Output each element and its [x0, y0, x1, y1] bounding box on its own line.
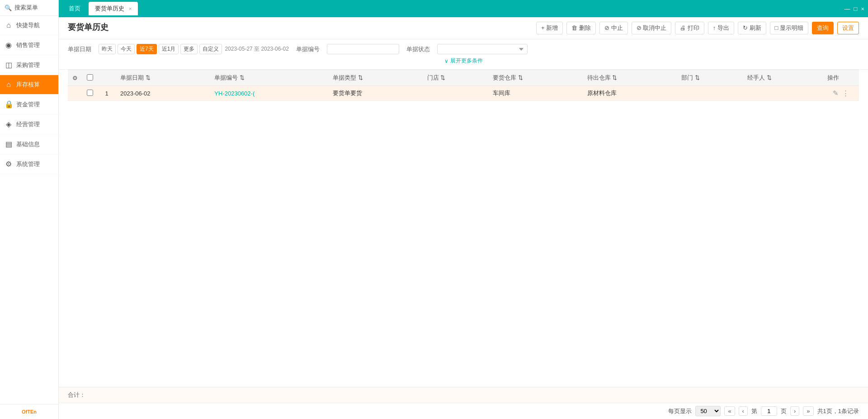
filter-row: 单据日期 昨天 今天 近7天 近1月 更多 自定义 2023-05-27 至 2…	[68, 44, 859, 54]
sidebar-item-system[interactable]: ⚙ 系统管理	[0, 154, 58, 174]
date-btn-yesterday[interactable]: 昨天	[99, 44, 116, 54]
refresh-button[interactable]: ↻ 刷新	[738, 22, 766, 34]
sidebar-item-label: 库存核算	[16, 81, 40, 89]
doc-no-link[interactable]: YH-20230602-(	[214, 90, 255, 97]
table-area: ⚙ 单据日期 ⇅ 单据编号 ⇅ 单据类型 ⇅ 门店 ⇅	[59, 70, 868, 387]
row-checkbox-cell	[82, 86, 98, 101]
col-doc-date[interactable]: 单据日期 ⇅	[116, 70, 210, 86]
col-rownum	[98, 70, 116, 86]
sidebar-item-basic-info[interactable]: ▤ 基础信息	[0, 134, 58, 154]
row-num: 1	[98, 86, 116, 101]
sidebar-item-quick-nav[interactable]: ⌂ 快捷导航	[0, 16, 58, 35]
select-all-checkbox[interactable]	[87, 74, 93, 81]
col-department[interactable]: 部门 ⇅	[677, 70, 743, 86]
col-settings[interactable]: ⚙	[68, 70, 82, 86]
row-handler	[743, 86, 823, 101]
sidebar-brand: OfTEn	[0, 404, 58, 419]
row-checkbox[interactable]	[87, 90, 93, 96]
col-req-warehouse-label: 要货仓库	[493, 74, 516, 81]
col-handler[interactable]: 经手人 ⇅	[743, 70, 823, 86]
col-doc-date-label: 单据日期	[120, 74, 144, 81]
row-action-cell: ✎ ⋮	[823, 86, 859, 101]
date-btn-today[interactable]: 今天	[118, 44, 135, 54]
sidebar-item-inventory[interactable]: ⌂ 库存核算	[0, 75, 58, 95]
sidebar-item-label: 销售管理	[16, 41, 40, 49]
row-store	[423, 86, 489, 101]
expand-more-label: 展开更多条件	[450, 57, 483, 65]
sidebar-item-label: 基础信息	[16, 140, 40, 148]
tab-home[interactable]: 首页	[62, 2, 87, 15]
row-more-icon[interactable]: ⋮	[842, 89, 849, 97]
sidebar-item-sales[interactable]: ◉ 销售管理	[0, 35, 58, 55]
sidebar-search[interactable]: 🔍 搜索菜单	[0, 0, 58, 16]
page-prefix: 第	[751, 407, 757, 415]
next-page-btn[interactable]: ›	[790, 406, 799, 416]
row-doc-type: 要货单要货	[328, 86, 422, 101]
window-maximize-btn[interactable]: □	[854, 5, 858, 12]
col-pending-warehouse[interactable]: 待出仓库 ⇅	[583, 70, 677, 86]
col-doc-no-label: 单据编号	[214, 74, 238, 81]
doc-status-select[interactable]	[437, 44, 528, 54]
main-area: 首页 要货单历史 × — □ × 要货单历史 + 新增 🗑 删除 ⊘ 中止 ⊘ …	[59, 0, 868, 419]
show-detail-button[interactable]: □ 显示明细	[770, 22, 808, 34]
settings-button[interactable]: 设置	[837, 22, 859, 34]
footer-total: 合计：	[59, 387, 868, 403]
page-suffix: 页	[781, 407, 787, 415]
col-checkbox	[82, 70, 98, 86]
per-page-label: 每页显示	[668, 407, 692, 415]
date-range-display: 2023-05-27 至 2023-06-02	[225, 45, 288, 53]
date-btn-last7[interactable]: 近7天	[137, 44, 157, 54]
tab-bar-right: — □ ×	[844, 5, 864, 12]
row-department	[677, 86, 743, 101]
cancel-stop-button[interactable]: ⊘ 取消中止	[632, 22, 672, 34]
col-store-label: 门店	[427, 74, 439, 81]
expand-more-btn[interactable]: ∨ 展开更多条件	[68, 57, 859, 65]
window-minimize-btn[interactable]: —	[844, 5, 850, 12]
sidebar-item-operation[interactable]: ◈ 经营管理	[0, 114, 58, 134]
per-page-select[interactable]: 50 10 20 100	[695, 406, 721, 416]
col-doc-no[interactable]: 单据编号 ⇅	[210, 70, 328, 86]
date-btn-custom[interactable]: 自定义	[199, 44, 222, 54]
page-number-input[interactable]	[761, 406, 777, 416]
date-filter-buttons: 昨天 今天 近7天 近1月 更多 自定义 2023-05-27 至 2023-0…	[99, 44, 289, 54]
data-table: ⚙ 单据日期 ⇅ 单据编号 ⇅ 单据类型 ⇅ 门店 ⇅	[68, 70, 859, 101]
col-store[interactable]: 门店 ⇅	[423, 70, 489, 86]
row-settings-icon	[68, 86, 82, 101]
sidebar-item-label: 系统管理	[16, 160, 40, 168]
operation-icon: ◈	[5, 120, 13, 129]
tab-current[interactable]: 要货单历史 ×	[89, 2, 138, 15]
window-close-btn[interactable]: ×	[861, 5, 864, 12]
date-btn-last1month[interactable]: 近1月	[159, 44, 179, 54]
doc-no-input[interactable]	[327, 44, 399, 54]
col-action-label: 操作	[827, 74, 839, 81]
sidebar-item-label: 资金管理	[16, 100, 40, 109]
sidebar-item-purchase[interactable]: ◫ 采购管理	[0, 55, 58, 75]
date-filter-label: 单据日期	[68, 45, 91, 53]
basic-info-icon: ▤	[5, 140, 13, 148]
new-button[interactable]: + 新增	[536, 22, 563, 34]
system-icon: ⚙	[5, 160, 13, 168]
export-button[interactable]: ↑ 导出	[708, 22, 734, 34]
date-btn-more[interactable]: 更多	[180, 44, 198, 54]
col-doc-type[interactable]: 单据类型 ⇅	[328, 70, 422, 86]
row-req-warehouse: 车间库	[488, 86, 582, 101]
col-department-label: 部门	[681, 74, 693, 81]
expand-chevron-icon: ∨	[444, 58, 448, 64]
col-req-warehouse[interactable]: 要货仓库 ⇅	[488, 70, 582, 86]
prev-page-btn[interactable]: ‹	[739, 406, 748, 416]
inventory-icon: ⌂	[5, 81, 13, 89]
print-button[interactable]: 🖨 打印	[675, 22, 704, 34]
home-tab-label: 首页	[69, 5, 80, 13]
col-doc-type-label: 单据类型	[333, 74, 356, 81]
pagination: 每页显示 50 10 20 100 « ‹ 第 页 › » 共1页，1条记录	[59, 403, 868, 419]
last-page-btn[interactable]: »	[803, 406, 813, 416]
delete-button[interactable]: 🗑 删除	[566, 22, 596, 34]
first-page-btn[interactable]: «	[724, 406, 735, 416]
row-edit-icon[interactable]: ✎	[833, 89, 839, 97]
query-button[interactable]: 查询	[812, 22, 834, 34]
table-row: 1 2023-06-02 YH-20230602-( 要货单要货 车间库 原材料…	[68, 86, 859, 101]
stop-button[interactable]: ⊘ 中止	[599, 22, 628, 34]
sidebar-item-finance[interactable]: 🔒 资金管理	[0, 95, 58, 114]
tab-close-icon[interactable]: ×	[129, 6, 132, 11]
purchase-icon: ◫	[5, 61, 13, 69]
